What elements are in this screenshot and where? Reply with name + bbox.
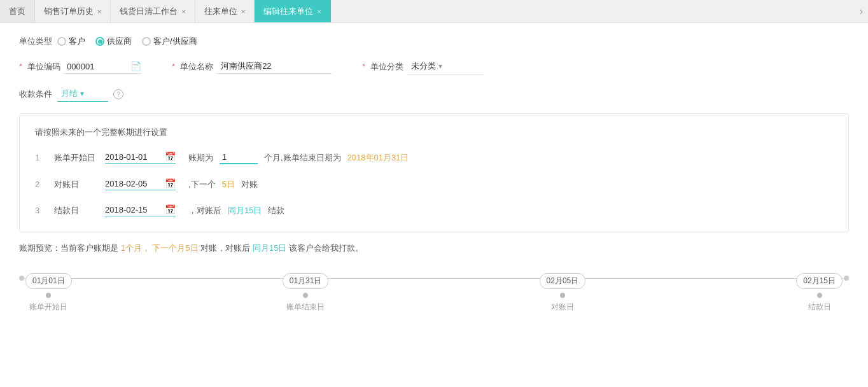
payment-terms-row: 收款条件 月结 ▾ ? bbox=[19, 86, 849, 102]
tab-sales-history-close[interactable]: × bbox=[97, 8, 101, 15]
unit-code-input[interactable] bbox=[64, 60, 128, 73]
preview-teal: 同月15日 bbox=[253, 243, 286, 253]
radio-supplier[interactable]: 供应商 bbox=[95, 36, 132, 47]
start-date-calendar-icon[interactable]: 📅 bbox=[165, 151, 176, 162]
tab-home[interactable]: 首页 bbox=[0, 0, 35, 22]
tl-label-1: 账单结束日 bbox=[286, 302, 325, 313]
reconcile-date-input-wrap: 📅 bbox=[105, 178, 176, 190]
preview-suffix: 该客户会给我打款。 bbox=[289, 243, 363, 253]
unit-code-browse-icon[interactable]: 📄 bbox=[130, 61, 141, 71]
preview-prefix: 账期预览：当前客户账期是 bbox=[19, 243, 118, 253]
timeline-node-3: 02月15日 结款日 bbox=[796, 273, 843, 313]
preview-orange1: 1个月， bbox=[121, 243, 150, 253]
tl-label-0: 账单开始日 bbox=[29, 302, 67, 313]
unit-category-arrow-icon: ▾ bbox=[438, 62, 442, 71]
unit-type-row: 单位类型 客户 供应商 客户/供应商 bbox=[19, 36, 849, 47]
unit-category-value: 未分类 bbox=[411, 60, 436, 72]
unit-name-star: * bbox=[172, 62, 175, 71]
period-end-date: 2018年01月31日 bbox=[347, 152, 409, 164]
tab-sales-history[interactable]: 销售订单历史 × bbox=[35, 0, 111, 22]
tl-label-2: 对账日 bbox=[551, 302, 574, 313]
tl-dot-0 bbox=[46, 293, 51, 298]
reconcile-date-input[interactable] bbox=[105, 179, 162, 188]
radio-both[interactable]: 客户/供应商 bbox=[142, 36, 197, 47]
radio-customer-label: 客户 bbox=[69, 36, 85, 47]
tab-cash-work-label: 钱货日清工作台 bbox=[120, 6, 178, 17]
unit-code-label: 单位编码 bbox=[27, 61, 60, 73]
payment-date-calendar-icon[interactable]: 📅 bbox=[165, 204, 176, 215]
tl-pill-1: 01月31日 bbox=[283, 273, 329, 289]
main-content: 单位类型 客户 供应商 客户/供应商 * 单位编码 📄 bbox=[0, 23, 868, 387]
unit-name-input[interactable] bbox=[217, 60, 332, 74]
start-date-input[interactable] bbox=[105, 152, 162, 162]
tab-home-label: 首页 bbox=[9, 6, 25, 17]
radio-both-circle bbox=[142, 37, 151, 46]
timeline-node-0: 01月01日 账单开始日 bbox=[25, 273, 72, 313]
month-input[interactable] bbox=[220, 151, 258, 164]
unit-code-group: * 单位编码 📄 bbox=[19, 60, 141, 74]
preview-orange2: 下一个月5日 bbox=[152, 243, 198, 253]
tl-pill-2: 02月05日 bbox=[540, 273, 586, 289]
payment-terms-help-icon[interactable]: ? bbox=[113, 89, 123, 99]
payment-terms-label: 收款条件 bbox=[19, 88, 52, 100]
period-row-1: 1 账单开始日 📅 账期为 个月,账单结束日期为 2018年01月31日 bbox=[35, 151, 833, 164]
period-row-2: 2 对账日 📅 ,下一个 5日 对账 bbox=[35, 178, 833, 190]
unit-name-label: 单位名称 bbox=[180, 61, 213, 73]
unit-type-label: 单位类型 bbox=[19, 36, 52, 47]
tab-edit-partner-label: 编辑往来单位 bbox=[263, 6, 313, 17]
tl-pill-0: 01月01日 bbox=[25, 273, 72, 289]
tab-expand-button[interactable]: › bbox=[855, 0, 868, 22]
code-name-category-row: * 单位编码 📄 * 单位名称 * 单位分类 未分类 ▾ bbox=[19, 59, 849, 74]
tab-partner[interactable]: 往来单位 × bbox=[195, 0, 255, 22]
tl-label-3: 结款日 bbox=[808, 302, 831, 313]
unit-type-radio-group: 客户 供应商 客户/供应商 bbox=[57, 36, 197, 47]
tl-dot-2 bbox=[560, 293, 565, 298]
tab-cash-work-close[interactable]: × bbox=[181, 8, 185, 15]
period-month-unit: 个月,账单结束日期为 bbox=[264, 152, 341, 164]
timeline-node-2: 02月05日 对账日 bbox=[540, 273, 586, 313]
tab-sales-history-label: 销售订单历史 bbox=[44, 6, 94, 17]
period-suffix-2b: 5日 bbox=[222, 179, 235, 190]
preview-middle: 对账，对账后 bbox=[200, 243, 250, 253]
timeline-nodes: 01月01日 账单开始日 01月31日 账单结束日 02月05日 对账日 02月… bbox=[19, 273, 849, 313]
radio-supplier-label: 供应商 bbox=[107, 36, 132, 47]
reconcile-date-calendar-icon[interactable]: 📅 bbox=[165, 178, 176, 188]
radio-customer[interactable]: 客户 bbox=[57, 36, 85, 47]
tl-pill-3: 02月15日 bbox=[796, 273, 843, 289]
tab-partner-close[interactable]: × bbox=[241, 8, 245, 15]
unit-code-input-wrap: 📄 bbox=[64, 60, 141, 74]
period-num-2: 2 bbox=[35, 179, 48, 189]
unit-category-select[interactable]: 未分类 ▾ bbox=[407, 59, 484, 74]
unit-category-group: * 单位分类 未分类 ▾ bbox=[362, 59, 484, 74]
period-suffix-1: 账期为 bbox=[188, 152, 213, 164]
unit-name-group: * 单位名称 bbox=[172, 60, 332, 74]
preview-section: 账期预览：当前客户账期是 1个月， 下一个月5日 对账，对账后 同月15日 该客… bbox=[19, 243, 849, 254]
radio-supplier-circle bbox=[95, 37, 104, 46]
tab-edit-partner[interactable]: 编辑往来单位 × bbox=[255, 0, 330, 22]
period-suffix-3c: 结款 bbox=[268, 205, 284, 216]
tab-cash-work[interactable]: 钱货日清工作台 × bbox=[111, 0, 195, 22]
tab-edit-partner-close[interactable]: × bbox=[317, 8, 321, 15]
period-section: 请按照未来的一个完整帐期进行设置 1 账单开始日 📅 账期为 个月,账单结束日期… bbox=[19, 113, 849, 232]
period-suffix-2c: 对账 bbox=[241, 179, 258, 190]
period-suffix-3a: ，对账后 bbox=[188, 205, 221, 216]
period-num-3: 3 bbox=[35, 206, 48, 215]
payment-terms-select[interactable]: 月结 ▾ bbox=[57, 86, 108, 102]
unit-category-star: * bbox=[362, 62, 365, 71]
period-suffix-2a: ,下一个 bbox=[188, 179, 216, 190]
radio-customer-circle bbox=[57, 37, 66, 46]
payment-terms-arrow-icon: ▾ bbox=[80, 89, 84, 98]
timeline: 01月01日 账单开始日 01月31日 账单结束日 02月05日 对账日 02月… bbox=[19, 267, 849, 332]
timeline-node-1: 01月31日 账单结束日 bbox=[283, 273, 329, 313]
unit-code-star: * bbox=[19, 62, 22, 71]
tab-bar: 首页 销售订单历史 × 钱货日清工作台 × 往来单位 × 编辑往来单位 × › bbox=[0, 0, 868, 23]
period-label-1: 账单开始日 bbox=[54, 152, 99, 164]
radio-both-label: 客户/供应商 bbox=[153, 36, 197, 47]
period-num-1: 1 bbox=[35, 153, 48, 162]
section-title: 请按照未来的一个完整帐期进行设置 bbox=[35, 127, 833, 138]
period-label-3: 结款日 bbox=[54, 205, 99, 216]
payment-terms-value: 月结 bbox=[61, 88, 78, 99]
unit-category-label: 单位分类 bbox=[370, 61, 403, 73]
payment-date-input[interactable] bbox=[105, 205, 162, 215]
tl-dot-3 bbox=[817, 293, 822, 298]
